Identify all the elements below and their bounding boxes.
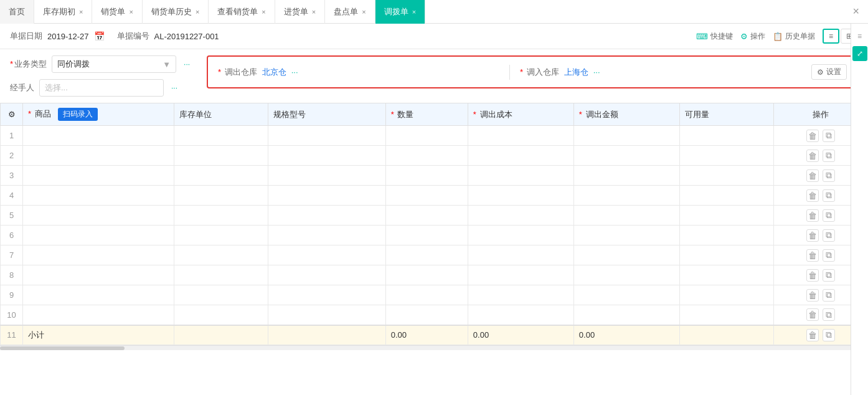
business-type-input[interactable]: 同价调拨 ▼	[52, 55, 176, 73]
qty-cell[interactable]	[385, 226, 468, 245]
qty-cell[interactable]	[385, 126, 468, 146]
delete-row-btn[interactable]: 🗑	[806, 229, 819, 242]
amount-cell[interactable]	[573, 146, 679, 166]
close-tab-stocktake[interactable]: ×	[362, 8, 366, 16]
spec-cell[interactable]	[268, 226, 385, 245]
qty-cell[interactable]	[385, 305, 468, 325]
cost-cell[interactable]	[468, 265, 573, 285]
delete-row-btn[interactable]: 🗑	[806, 269, 819, 282]
cost-cell[interactable]	[468, 305, 573, 325]
copy-row-btn[interactable]: ⧉	[823, 229, 835, 242]
scan-btn[interactable]: 扫码录入	[58, 108, 98, 121]
tab-view-sales[interactable]: 查看销货单 ×	[209, 0, 275, 24]
spec-cell[interactable]	[268, 285, 385, 305]
product-cell[interactable]	[23, 146, 174, 166]
qty-cell[interactable]	[385, 186, 468, 206]
spec-cell[interactable]	[268, 245, 385, 265]
tab-transfer[interactable]: 调拨单 ×	[375, 0, 425, 24]
copy-row-btn[interactable]: ⧉	[823, 169, 835, 182]
panel-expand-btn[interactable]: ⤢	[852, 46, 867, 61]
tab-stocktake[interactable]: 盘点单 ×	[325, 0, 375, 24]
copy-row-btn[interactable]: ⧉	[823, 249, 835, 262]
amount-cell[interactable]	[573, 186, 679, 206]
copy-row-btn[interactable]: ⧉	[823, 130, 835, 142]
spec-cell[interactable]	[268, 166, 385, 186]
cost-cell[interactable]	[468, 146, 573, 166]
delete-row-btn[interactable]: 🗑	[806, 130, 819, 142]
avail-cell[interactable]	[679, 166, 773, 186]
delete-row-btn[interactable]: 🗑	[806, 329, 819, 341]
product-cell[interactable]	[23, 265, 174, 285]
spec-cell[interactable]	[268, 265, 385, 285]
unit-cell[interactable]	[174, 305, 268, 325]
product-cell[interactable]	[23, 226, 174, 245]
close-tab-purchase[interactable]: ×	[312, 8, 316, 16]
unit-cell[interactable]	[174, 245, 268, 265]
amount-cell[interactable]	[573, 226, 679, 245]
history-action[interactable]: 📋 历史单据	[773, 31, 815, 42]
qty-cell[interactable]	[385, 265, 468, 285]
spec-cell[interactable]	[268, 126, 385, 146]
spec-cell[interactable]	[268, 186, 385, 206]
calendar-icon[interactable]: 📅	[94, 31, 105, 41]
cost-cell[interactable]	[468, 245, 573, 265]
product-cell[interactable]	[23, 126, 174, 146]
copy-row-btn[interactable]: ⧉	[823, 269, 835, 282]
spec-cell[interactable]	[268, 146, 385, 166]
warehouse-out-more-btn[interactable]: ···	[291, 67, 298, 77]
scrollbar-thumb[interactable]	[0, 346, 125, 350]
amount-cell[interactable]	[573, 166, 679, 186]
product-cell[interactable]	[23, 305, 174, 325]
qty-cell[interactable]	[385, 285, 468, 305]
view-list-btn[interactable]: ≡	[823, 29, 839, 44]
copy-row-btn[interactable]: ⧉	[823, 189, 835, 202]
delete-row-btn[interactable]: 🗑	[806, 150, 819, 162]
amount-cell[interactable]	[573, 206, 679, 226]
cost-cell[interactable]	[468, 285, 573, 305]
copy-row-btn[interactable]: ⧉	[823, 308, 835, 321]
unit-cell[interactable]	[174, 126, 268, 146]
spec-cell[interactable]	[268, 206, 385, 226]
close-window-btn[interactable]: ×	[844, 0, 868, 24]
cost-cell[interactable]	[468, 226, 573, 245]
panel-list-btn[interactable]: ≡	[852, 29, 867, 44]
copy-row-btn[interactable]: ⧉	[823, 289, 835, 302]
avail-cell[interactable]	[679, 186, 773, 206]
warehouse-settings-btn[interactable]: ⚙ 设置	[811, 64, 847, 80]
cost-cell[interactable]	[468, 126, 573, 146]
copy-row-btn[interactable]: ⧉	[823, 150, 835, 162]
amount-cell[interactable]	[573, 245, 679, 265]
avail-cell[interactable]	[679, 285, 773, 305]
warehouse-in-more-btn[interactable]: ···	[593, 67, 600, 77]
horizontal-scrollbar[interactable]	[0, 345, 868, 350]
avail-cell[interactable]	[679, 305, 773, 325]
amount-cell[interactable]	[573, 285, 679, 305]
tab-sales-history[interactable]: 销货单历史 ×	[143, 0, 209, 24]
tab-home[interactable]: 首页	[0, 0, 34, 24]
delete-row-btn[interactable]: 🗑	[806, 209, 819, 222]
qty-cell[interactable]	[385, 166, 468, 186]
product-cell[interactable]	[23, 166, 174, 186]
delete-row-btn[interactable]: 🗑	[806, 249, 819, 262]
avail-cell[interactable]	[679, 206, 773, 226]
cost-cell[interactable]	[468, 186, 573, 206]
avail-cell[interactable]	[679, 126, 773, 146]
qty-cell[interactable]	[385, 146, 468, 166]
copy-row-btn[interactable]: ⧉	[823, 209, 835, 222]
warehouse-out-value[interactable]: 北京仓	[262, 67, 286, 78]
unit-cell[interactable]	[174, 285, 268, 305]
qty-cell[interactable]	[385, 206, 468, 226]
ops-action[interactable]: ⚙ 操作	[740, 31, 765, 42]
handler-more-btn[interactable]: ···	[171, 83, 177, 92]
unit-cell[interactable]	[174, 146, 268, 166]
avail-cell[interactable]	[679, 265, 773, 285]
close-tab-sales[interactable]: ×	[129, 8, 133, 16]
delete-row-btn[interactable]: 🗑	[806, 308, 819, 321]
amount-cell[interactable]	[573, 265, 679, 285]
handler-input[interactable]: 选择...	[39, 79, 164, 97]
unit-cell[interactable]	[174, 226, 268, 245]
close-tab-sales-history[interactable]: ×	[196, 8, 199, 16]
product-cell[interactable]	[23, 245, 174, 265]
amount-cell[interactable]	[573, 126, 679, 146]
tab-inventory-init[interactable]: 库存期初 ×	[34, 0, 92, 24]
